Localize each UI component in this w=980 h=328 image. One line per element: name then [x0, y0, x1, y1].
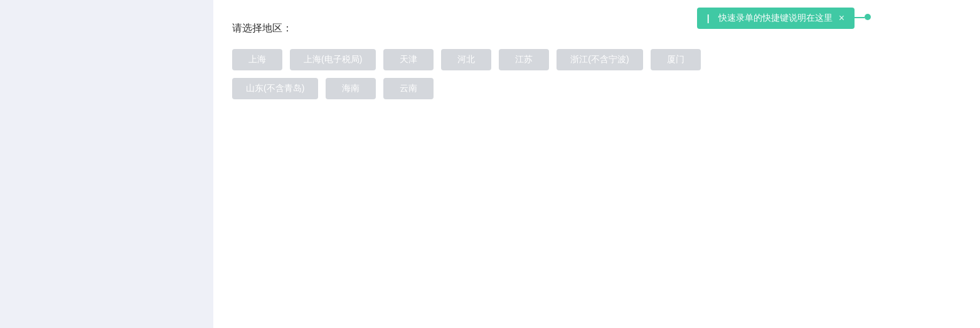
region-btn-shandong[interactable]: 山东(不含青岛) — [232, 78, 318, 99]
tooltip-connector-dot — [865, 14, 871, 20]
region-row-1: 上海 上海(电子税局) 天津 河北 江苏 浙江(不含宁波) 厦门 — [232, 49, 961, 70]
region-btn-shanghai[interactable]: 上海 — [232, 49, 282, 70]
tooltip-text: 快速录单的快捷键说明在这里 — [718, 13, 833, 24]
region-btn-tianjin[interactable]: 天津 — [383, 49, 434, 70]
region-btn-hebei[interactable]: 河北 — [441, 49, 491, 70]
region-btn-yunnan[interactable]: 云南 — [383, 78, 434, 99]
main-content: 请选择地区： 上海 上海(电子税局) 天津 河北 江苏 浙江(不含宁波) 厦门 … — [213, 0, 980, 328]
region-btn-hainan[interactable]: 海南 — [326, 78, 376, 99]
region-row-2: 山东(不含青岛) 海南 云南 — [232, 78, 961, 99]
tooltip-close-button[interactable]: × — [839, 13, 844, 23]
sidebar — [0, 0, 213, 328]
tooltip-banner: 快速录单的快捷键说明在这里 × — [697, 8, 855, 29]
region-btn-zhejiang[interactable]: 浙江(不含宁波) — [557, 49, 642, 70]
tooltip-connector-line — [855, 17, 865, 18]
region-section: 请选择地区： 上海 上海(电子税局) 天津 河北 江苏 浙江(不含宁波) 厦门 … — [213, 0, 980, 129]
region-btn-xiamen[interactable]: 厦门 — [651, 49, 701, 70]
region-btn-jiangsu[interactable]: 江苏 — [499, 49, 549, 70]
region-btn-shanghai-etax[interactable]: 上海(电子税局) — [290, 49, 376, 70]
